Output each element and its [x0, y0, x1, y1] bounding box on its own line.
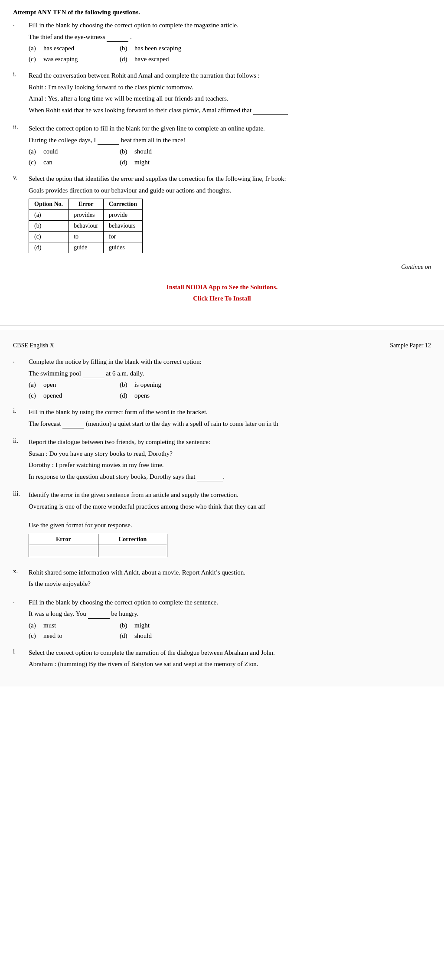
q1-text: Fill in the blank by choosing the correc…	[29, 20, 431, 30]
qii-options: (a) could (b) should (c) can (d) might	[29, 147, 431, 167]
p2-qdot-options: (a) must (b) might (c) need to (d) shoul…	[29, 621, 431, 641]
page-1: Attempt ANY TEN of the following questio…	[0, 0, 444, 320]
p2-question-ii: ii. Report the dialogue between two frie…	[13, 437, 431, 483]
p2-qii-line1: Susan : Do you have any story books to r…	[29, 449, 431, 459]
qv-text: Select the option that identifies the er…	[29, 174, 431, 184]
p2-q-num-dot: .	[13, 598, 25, 641]
p2-qi-text: Fill in the blank by using the correct f…	[29, 407, 431, 417]
qii-sentence: During the college days, I beat them all…	[29, 135, 431, 145]
p2-q-content-ii: Report the dialogue between two friends,…	[29, 437, 431, 483]
page-header: CBSE English X Sample Paper 12	[13, 339, 431, 349]
p2-q-content-i: Fill in the blank by using the correct f…	[29, 407, 431, 430]
p2-qdot-text: Fill in the blank by choosing the correc…	[29, 598, 431, 608]
q-num-i: i.	[13, 71, 25, 117]
q-content-v: Select the option that identifies the er…	[29, 174, 431, 257]
qii-opt-a: (a) could	[29, 147, 120, 157]
p2-qiii-table: Error Correction	[29, 534, 167, 557]
p2-q1-sentence: The swimming pool at 6 a.m. daily.	[29, 369, 431, 379]
attempt-label: Attempt	[13, 9, 36, 16]
p2-q-num-1: .	[13, 357, 25, 400]
p2-question-i2: i Select the correct option to complete …	[13, 648, 431, 671]
p2-question-x: x. Rohit shared some information with An…	[13, 568, 431, 591]
section-title: Attempt ANY TEN of the following questio…	[13, 9, 431, 16]
p2-q-num-x: x.	[13, 568, 25, 591]
header-left: CBSE English X	[13, 342, 54, 349]
th-option: Option No.	[29, 199, 69, 210]
q-content-i: Read the conversation between Rohit and …	[29, 71, 431, 117]
p2-qi2-sentence: Abraham : (humming) By the rivers of Bab…	[29, 659, 431, 669]
p2-qdot-opt-a: (a) must	[29, 621, 120, 630]
p2-question-dot: . Fill in the blank by choosing the corr…	[13, 598, 431, 641]
p2-qdot-blank	[88, 611, 110, 619]
table-row: (c) to for	[29, 232, 143, 242]
qi-blank	[253, 107, 288, 115]
p2-q-content-x: Rohit shared some information with Ankit…	[29, 568, 431, 591]
p2-qdot-opt-d: (d) should	[120, 631, 211, 641]
q1-opt-b: (b) has been escaping	[120, 43, 211, 53]
th-correction: Correction	[104, 199, 143, 210]
p2-qii-text: Report the dialogue between two friends,…	[29, 437, 431, 447]
promo-text: Install NODIA App to See the Solutions. …	[17, 282, 427, 304]
p2-qiii-format: Use the given format for your response.	[29, 520, 431, 530]
p2-qi-blank	[62, 421, 84, 428]
header-right: Sample Paper 12	[390, 342, 431, 349]
qii-text: Select the correct option to fill in the…	[29, 124, 431, 134]
p2-q-content-i2: Select the correct option to complete th…	[29, 648, 431, 671]
p2-question-1: . Complete the notice by filling in the …	[13, 357, 431, 400]
q-num-v: v.	[13, 174, 25, 257]
qii-opt-d: (d) might	[120, 157, 211, 167]
p2-q1-opt-b: (b) is opening	[120, 380, 211, 390]
p2-qii-line2: Dorothy : I prefer watching movies in my…	[29, 460, 431, 470]
q1-options: (a) has escaped (b) has been escaping (c…	[29, 43, 431, 64]
p2-qiii-text: Identify the error in the given sentence…	[29, 490, 431, 500]
q1-sentence: The thief and the eye-witness .	[29, 32, 431, 42]
question-i: i. Read the conversation between Rohit a…	[13, 71, 431, 117]
p2-qdot-sentence: It was a long day. You be hungry.	[29, 609, 431, 619]
question-v: v. Select the option that identifies the…	[13, 174, 431, 257]
qii-blank	[98, 137, 119, 145]
page-2: CBSE English X Sample Paper 12 . Complet…	[0, 330, 444, 686]
qi-line2: Amal : Yes, after a long time we will be…	[29, 94, 431, 104]
qi-line1: Rohit : I'm really looking forward to th…	[29, 82, 431, 92]
question-ii: ii. Select the correct option to fill in…	[13, 124, 431, 167]
question-1: . Fill in the blank by choosing the corr…	[13, 20, 431, 64]
p2-th-correction: Correction	[98, 534, 167, 545]
qii-opt-b: (b) should	[120, 147, 211, 157]
p2-q-content-iii: Identify the error in the given sentence…	[29, 490, 431, 561]
p2-q-num-iii: iii.	[13, 490, 25, 561]
q-content-1: Fill in the blank by choosing the correc…	[29, 20, 431, 64]
p2-q1-blank	[83, 370, 104, 378]
p2-qiii-sentence: Overeating is one of the more wonderful …	[29, 502, 431, 512]
q-num-ii: ii.	[13, 124, 25, 167]
p2-qx-sentence: Is the movie enjoyable?	[29, 579, 431, 589]
p2-q1-opt-c: (c) opened	[29, 391, 120, 401]
p2-qii-blank	[197, 474, 223, 481]
of-following-label: of the following questions.	[68, 9, 140, 16]
qi-text: Read the conversation between Rohit and …	[29, 71, 431, 81]
q1-opt-c: (c) was escaping	[29, 54, 120, 64]
p2-qi2-text: Select the correct option to complete th…	[29, 648, 431, 658]
p2-qi-sentence: The forecast (mention) a quiet start to …	[29, 419, 431, 429]
q1-opt-a: (a) has escaped	[29, 43, 120, 53]
promo-banner[interactable]: Install NODIA App to See the Solutions. …	[13, 278, 431, 308]
table-row: (a) provides provide	[29, 210, 143, 221]
qv-sentence: Goals provides direction to our behaviou…	[29, 186, 431, 196]
q1-opt-d: (d) have escaped	[120, 54, 211, 64]
q-num-1: .	[13, 20, 25, 64]
p2-qii-line3: In response to the question about story …	[29, 472, 431, 482]
qi-line3: When Rohit said that he was looking forw…	[29, 105, 431, 115]
any-ten-label: ANY TEN	[37, 9, 66, 16]
p2-table-row	[29, 545, 167, 557]
qii-opt-c: (c) can	[29, 157, 120, 167]
p2-q-content-1: Complete the notice by filling in the bl…	[29, 357, 431, 400]
th-error: Error	[69, 199, 104, 210]
p2-qdot-opt-c: (c) need to	[29, 631, 120, 641]
p2-q1-text: Complete the notice by filling in the bl…	[29, 357, 431, 367]
q1-blank	[107, 34, 128, 42]
p2-q-num-i2: i	[13, 648, 25, 671]
p2-q-content-dot: Fill in the blank by choosing the correc…	[29, 598, 431, 641]
promo-line2: Click Here To Install	[17, 293, 427, 304]
p2-q1-options: (a) open (b) is opening (c) opened (d) o…	[29, 380, 431, 400]
continue-on: Continue on	[13, 264, 431, 271]
p2-q1-opt-d: (d) opens	[120, 391, 211, 401]
